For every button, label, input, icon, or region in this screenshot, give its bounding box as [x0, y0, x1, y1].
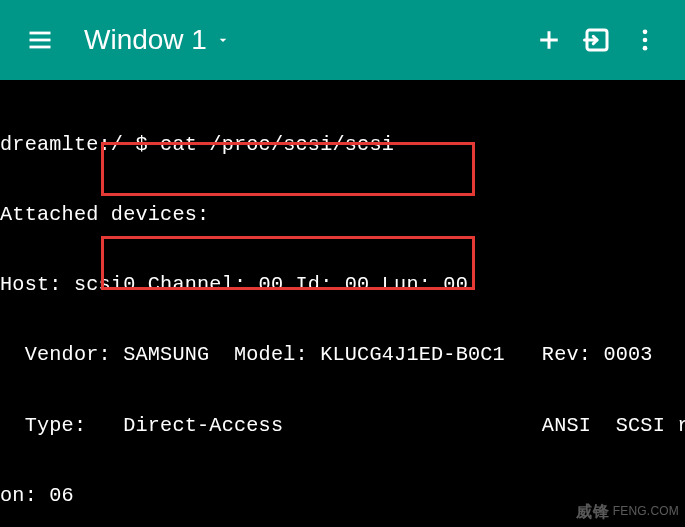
svg-point-7 — [643, 38, 648, 43]
terminal-output[interactable]: dreamlte:/ $ cat /proc/scsi/scsi Attache… — [0, 80, 685, 527]
plus-icon — [534, 25, 564, 55]
exit-button[interactable] — [573, 16, 621, 64]
svg-point-8 — [643, 46, 648, 51]
window-title: Window 1 — [84, 24, 207, 56]
svg-point-6 — [643, 30, 648, 35]
terminal-line: Attached devices: — [0, 203, 685, 226]
more-vert-icon — [631, 26, 659, 54]
overflow-menu-button[interactable] — [621, 16, 669, 64]
menu-button[interactable] — [16, 16, 64, 64]
exit-icon — [582, 25, 612, 55]
new-window-button[interactable] — [525, 16, 573, 64]
watermark-site: FENG.COM — [613, 500, 679, 523]
window-selector[interactable]: Window 1 — [84, 24, 231, 56]
hamburger-icon — [26, 26, 54, 54]
terminal-line: Vendor: SAMSUNG Model: KLUCG4J1ED-B0C1 R… — [0, 343, 685, 366]
terminal-line: dreamlte:/ $ cat /proc/scsi/scsi — [0, 133, 685, 156]
watermark-brand: 威锋 — [576, 500, 608, 523]
watermark: 威锋 FENG.COM — [576, 500, 679, 523]
app-bar: Window 1 — [0, 0, 685, 80]
terminal-line: Type: Direct-Access ANSI SCSI revis — [0, 414, 685, 437]
dropdown-icon — [215, 32, 231, 48]
terminal-line: Host: scsi0 Channel: 00 Id: 00 Lun: 00 — [0, 273, 685, 296]
